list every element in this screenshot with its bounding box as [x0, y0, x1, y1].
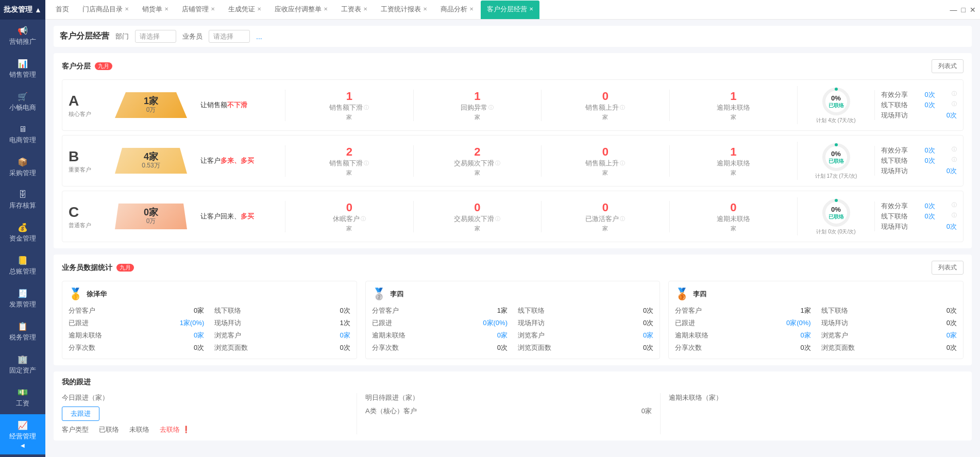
sidebar-item-payroll[interactable]: 💵 工资 [0, 381, 45, 414]
business-section-title: 业务员数据统计 [62, 263, 112, 273]
staff-1-stat-4-val[interactable]: 0家 [497, 331, 508, 340]
customer-section-title: 客户分层 [62, 62, 91, 71]
tab-maximize-btn[interactable]: □ [961, 6, 966, 14]
tier-a-stat-3[interactable]: 1 逾期未联络 家 [669, 90, 798, 121]
tab-voucher[interactable]: 生成凭证 ✕ [222, 1, 267, 19]
dept-label: 部门 [115, 32, 129, 41]
tier-c-stat-0[interactable]: 0 休眠客户 ⓘ 家 [285, 201, 413, 232]
tier-a-right-0: 有效分享 0次 ⓘ [881, 90, 957, 99]
tier-a-right-0-val[interactable]: 0次 [924, 90, 935, 99]
tier-a-right-2-val[interactable]: 0次 [947, 111, 957, 120]
tier-c-right-0-val[interactable]: 0次 [924, 201, 935, 211]
tier-c-stat-1[interactable]: 0 交易频次下滑 ⓘ 家 [413, 201, 542, 232]
tier-b-right-0: 有效分享 0次 ⓘ [881, 146, 957, 155]
tab-receivable[interactable]: 应收应付调整单 ✕ [268, 1, 334, 19]
tier-b-stat-0[interactable]: 2 销售额下滑 ⓘ 家 [285, 145, 413, 177]
tab-products-close[interactable]: ✕ [125, 6, 129, 12]
staff-2-stat-4-val[interactable]: 0家 [800, 331, 810, 340]
tab-close-btn[interactable]: ✕ [970, 6, 976, 14]
tab-goods-analysis-close[interactable]: ✕ [469, 6, 474, 12]
sidebar-item-ledger[interactable]: 📒 总账管理 [0, 249, 45, 282]
list-view-btn[interactable]: 列表式 [932, 59, 964, 73]
tier-c-right-1-val[interactable]: 0次 [924, 212, 935, 221]
staff-0-stat-5-val[interactable]: 0家 [340, 331, 350, 340]
tab-customer-tier[interactable]: 客户分层经营 ✕ [481, 1, 539, 19]
sidebar-item-tax[interactable]: 📋 税务管理 [0, 315, 45, 348]
tier-a-right-1: 线下联络 0次 ⓘ [881, 100, 957, 110]
sidebar-item-operation[interactable]: 📈 经营管理 ◀ [0, 414, 45, 454]
followup-col-0: 今日跟进（家） 去跟进 客户类型 已联络 未联络 去联络 ❗ [62, 393, 357, 434]
tier-a-stat-2[interactable]: 0 销售额上升 ⓘ 家 [541, 90, 669, 121]
staff-0-stat-4-val[interactable]: 0家 [194, 331, 204, 340]
tier-b-stat-1[interactable]: 2 交易频次下滑 ⓘ 家 [413, 145, 542, 177]
tier-a-name: 核心客户 [69, 110, 91, 118]
info-c-1: ⓘ [495, 215, 500, 223]
staff-2-stat-2-val[interactable]: 0家(0%) [786, 318, 811, 328]
tier-a-circle-svg: 0% 已联络 [821, 86, 852, 117]
sidebar-item-basic[interactable]: 📁 基础信息 [0, 454, 45, 457]
tab-payroll-report[interactable]: 工资统计报表 ✕ [375, 1, 433, 19]
tier-b-right-2-val[interactable]: 0次 [947, 166, 957, 176]
sidebar-item-finance[interactable]: 💰 资金管理 [0, 216, 45, 249]
tier-c-stat-2[interactable]: 0 已激活客户 ⓘ 家 [541, 201, 669, 232]
tier-row-b: B 重要客户 4家 0.53万 让客户多来、多买 2 [62, 135, 964, 187]
tab-payroll-table[interactable]: 工资表 ✕ [335, 1, 374, 19]
tab-sales-order[interactable]: 销货单 ✕ [136, 1, 175, 19]
sidebar-item-inventory[interactable]: 🗄 库存核算 [0, 184, 45, 216]
payroll-icon: 💵 [18, 387, 28, 397]
tab-voucher-close[interactable]: ✕ [257, 6, 261, 12]
tab-customer-tier-close[interactable]: ✕ [529, 6, 533, 12]
sidebar-item-ecommerce[interactable]: 🖥 电商管理 [0, 119, 45, 151]
content-area: 客户分层经营 部门 请选择 业务员 请选择 ... 客户分层 九月 列表式 [45, 20, 980, 457]
staff-1-stat-1: 线下联络 0次 [518, 306, 653, 315]
sidebar-item-sales[interactable]: 📊 销售管理 [0, 53, 45, 86]
staff-1-stat-0: 分管客户 1家 [372, 306, 508, 315]
toolbar-more[interactable]: ... [256, 32, 262, 41]
tier-a-right-1-val[interactable]: 0次 [924, 100, 935, 110]
staff-1-name: 李四 [390, 290, 403, 299]
business-list-btn[interactable]: 列表式 [932, 261, 964, 275]
tier-b-main: 4家 0.53万 [110, 148, 192, 174]
tier-c-stat-3[interactable]: 0 逾期未联络 家 [669, 201, 798, 232]
go-followup-btn[interactable]: 去跟进 [62, 407, 99, 421]
dept-select[interactable]: 请选择 [135, 30, 176, 43]
tab-sales-order-close[interactable]: ✕ [164, 6, 168, 12]
ledger-icon: 📒 [18, 256, 28, 265]
tab-home[interactable]: 首页 [49, 1, 75, 19]
tier-a-stat-1[interactable]: 1 回购异常 ⓘ 家 [413, 90, 542, 121]
sidebar-item-invoice[interactable]: 🧾 发票管理 [0, 282, 45, 315]
tier-b-circle-svg: 0% 已联络 [821, 142, 852, 173]
staff-select[interactable]: 请选择 [209, 30, 250, 43]
staff-0-stat-2-val[interactable]: 1家(0%) [180, 318, 205, 328]
staff-2-medal: 🥉 [675, 287, 689, 301]
sidebar-item-fixed[interactable]: 🏢 固定资产 [0, 348, 45, 381]
tab-receivable-close[interactable]: ✕ [324, 6, 328, 12]
tab-store-mgmt-close[interactable]: ✕ [211, 6, 215, 12]
staff-0-stat-2-label: 已跟进 [69, 318, 89, 328]
sidebar-logo[interactable]: 批发管理 ▲ [0, 0, 45, 20]
tab-products[interactable]: 门店商品目录 ✕ [76, 1, 135, 19]
sidebar-label-purchase: 采购管理 [9, 168, 36, 178]
sidebar-item-marketing[interactable]: 📢 营销推广 [0, 20, 45, 53]
tier-b-right-1-val[interactable]: 0次 [924, 156, 935, 165]
tier-c-right-2-val[interactable]: 0次 [947, 222, 957, 231]
tab-payroll-report-close[interactable]: ✕ [423, 6, 427, 12]
tier-a-stat-0[interactable]: 1 销售额下滑 ⓘ 家 [285, 90, 413, 121]
tier-b-right-0-val[interactable]: 0次 [924, 146, 935, 155]
tab-payroll-table-close[interactable]: ✕ [363, 6, 367, 12]
followup-col-0-sub1: 客户类型 [62, 425, 89, 434]
staff-1-stat-2-val[interactable]: 0家(0%) [483, 318, 508, 328]
staff-2-stat-5-val[interactable]: 0家 [947, 331, 957, 340]
sidebar-logo-text: 批发管理 [4, 5, 32, 14]
sidebar-item-ecommerce-small[interactable]: 🛒 小畅电商 [0, 86, 45, 119]
tier-b-stat-2[interactable]: 0 销售额上升 ⓘ 家 [541, 145, 669, 177]
tab-minimize-btn[interactable]: — [950, 6, 957, 14]
tab-goods-analysis[interactable]: 商品分析 ✕ [434, 1, 480, 19]
sidebar-item-purchase[interactable]: 📦 采购管理 [0, 151, 45, 184]
page-title: 客户分层经营 [60, 31, 109, 42]
customer-section-header: 客户分层 九月 列表式 [62, 59, 964, 73]
tab-store-mgmt[interactable]: 店铺管理 ✕ [176, 1, 221, 19]
staff-2-stat-4: 逾期未联络 0家 [675, 331, 810, 340]
staff-1-stat-5-val[interactable]: 0家 [643, 331, 653, 340]
tier-b-stat-3[interactable]: 1 逾期未联络 家 [669, 145, 798, 177]
